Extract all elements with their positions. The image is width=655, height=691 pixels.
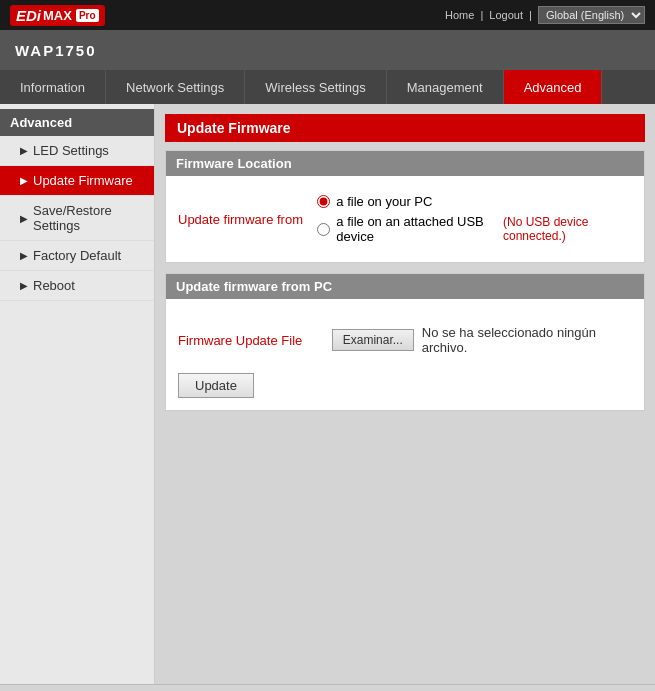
top-bar: EDiMAX Pro Home | Logout | Global (Engli… xyxy=(0,0,655,30)
page-title: Update Firmware xyxy=(165,114,645,142)
firmware-pc-section: Update firmware from PC Firmware Update … xyxy=(165,273,645,411)
nav-wireless-settings[interactable]: Wireless Settings xyxy=(245,70,386,104)
sidebar-item-label: Save/Restore Settings xyxy=(33,203,144,233)
sidebar-item-factory-default[interactable]: ▶ Factory Default xyxy=(0,241,154,271)
radio-usb-option: a file on an attached USB device (No USB… xyxy=(317,214,632,244)
sidebar-item-led-settings[interactable]: ▶ LED Settings xyxy=(0,136,154,166)
arrow-icon: ▶ xyxy=(20,250,28,261)
arrow-icon: ▶ xyxy=(20,145,28,156)
nav-bar: Information Network Settings Wireless Se… xyxy=(0,70,655,104)
arrow-icon-active: ▶ xyxy=(20,175,28,186)
firmware-location-body: Update firmware from a file on your PC a… xyxy=(166,176,644,262)
firmware-file-label: Firmware Update File xyxy=(178,333,332,348)
radio-pc-label: a file on your PC xyxy=(336,194,432,209)
sidebar-item-label: Reboot xyxy=(33,278,75,293)
firmware-from-row: Update firmware from a file on your PC a… xyxy=(178,188,632,250)
main-content: Update Firmware Firmware Location Update… xyxy=(155,104,655,684)
radio-usb-label: a file on an attached USB device xyxy=(336,214,497,244)
firmware-pc-body: Firmware Update File Examinar... No se h… xyxy=(166,299,644,410)
sidebar-item-save-restore[interactable]: ▶ Save/Restore Settings xyxy=(0,196,154,241)
arrow-icon: ▶ xyxy=(20,280,28,291)
model-bar: WAP1750 xyxy=(0,30,655,70)
logo-pro: Pro xyxy=(76,9,99,22)
logout-link[interactable]: Logout xyxy=(489,9,523,21)
home-link[interactable]: Home xyxy=(445,9,474,21)
sidebar: Advanced ▶ LED Settings ▶ Update Firmwar… xyxy=(0,104,155,684)
sidebar-item-label: Update Firmware xyxy=(33,173,133,188)
logo: EDiMAX Pro xyxy=(10,5,105,26)
sidebar-item-label: LED Settings xyxy=(33,143,109,158)
no-file-text: No se ha seleccionado ningún archivo. xyxy=(422,325,632,355)
sidebar-header: Advanced xyxy=(0,109,154,136)
browse-button[interactable]: Examinar... xyxy=(332,329,414,351)
logo-edi: EDi xyxy=(16,7,41,24)
logo-box: EDiMAX Pro xyxy=(10,5,105,26)
firmware-from-label: Update firmware from xyxy=(178,212,317,227)
top-links: Home | Logout | Global (English) xyxy=(445,6,645,24)
nav-advanced[interactable]: Advanced xyxy=(504,70,603,104)
firmware-location-section: Firmware Location Update firmware from a… xyxy=(165,150,645,263)
radio-pc[interactable] xyxy=(317,195,330,208)
update-button[interactable]: Update xyxy=(178,373,254,398)
content-wrapper: Advanced ▶ LED Settings ▶ Update Firmwar… xyxy=(0,104,655,684)
sidebar-item-label: Factory Default xyxy=(33,248,121,263)
language-select[interactable]: Global (English) xyxy=(538,6,645,24)
update-btn-row: Update xyxy=(178,369,632,398)
logo-imax: MAX xyxy=(43,8,72,23)
nav-management[interactable]: Management xyxy=(387,70,504,104)
usb-note: (No USB device connected.) xyxy=(503,215,632,243)
radio-usb[interactable] xyxy=(317,223,330,236)
arrow-icon: ▶ xyxy=(20,213,28,224)
file-input-row: Examinar... No se ha seleccionado ningún… xyxy=(332,317,632,363)
sidebar-item-update-firmware[interactable]: ▶ Update Firmware xyxy=(0,166,154,196)
firmware-from-options: a file on your PC a file on an attached … xyxy=(317,194,632,244)
model-name: WAP1750 xyxy=(15,42,97,59)
sidebar-item-reboot[interactable]: ▶ Reboot xyxy=(0,271,154,301)
firmware-file-row: Firmware Update File Examinar... No se h… xyxy=(178,311,632,369)
footer: Copyright 2014 © EDIMAX Technology Co., … xyxy=(0,684,655,691)
nav-information[interactable]: Information xyxy=(0,70,106,104)
nav-network-settings[interactable]: Network Settings xyxy=(106,70,245,104)
firmware-pc-header: Update firmware from PC xyxy=(166,274,644,299)
firmware-location-header: Firmware Location xyxy=(166,151,644,176)
radio-pc-option: a file on your PC xyxy=(317,194,632,209)
